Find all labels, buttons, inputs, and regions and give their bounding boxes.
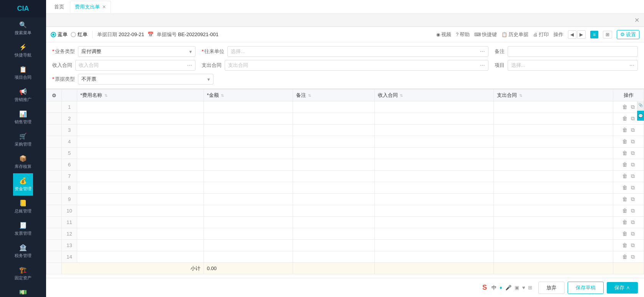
expense-dots-icon[interactable]: ···: [480, 62, 485, 69]
expense-name-cell[interactable]: [77, 101, 204, 113]
income-dots-icon[interactable]: ···: [187, 62, 192, 69]
history-btn[interactable]: 📋 历史单据: [502, 31, 528, 38]
copy-row-icon[interactable]: ⧉: [631, 207, 635, 214]
expense-contract-cell[interactable]: [494, 251, 613, 263]
income-contract-cell[interactable]: [374, 136, 494, 148]
expense-contract-cell[interactable]: [494, 194, 613, 205]
delete-row-icon[interactable]: 🗑: [622, 242, 627, 248]
blue-bill-radio[interactable]: 蓝单: [51, 31, 68, 38]
sidebar-item-project-contract[interactable]: 📋 项目合同: [13, 62, 33, 84]
remark-cell[interactable]: [293, 182, 374, 194]
sidebar-item-fixed-assets[interactable]: 🏗️ 固定资产: [13, 262, 33, 285]
copy-row-icon[interactable]: ⧉: [631, 196, 635, 202]
col-expense-contract[interactable]: 支出合同 ⇅: [494, 90, 613, 101]
copy-row-icon[interactable]: ⧉: [631, 150, 635, 156]
expense-name-cell[interactable]: [77, 182, 204, 194]
table-settings-icon[interactable]: ⚙: [52, 93, 56, 98]
remark-cell[interactable]: [293, 251, 374, 263]
copy-row-icon[interactable]: ⧉: [631, 173, 635, 179]
partner-dots-icon[interactable]: ···: [480, 48, 485, 55]
expense-name-cell[interactable]: [77, 251, 204, 263]
amount-cell[interactable]: [204, 101, 293, 113]
amount-cell[interactable]: [204, 228, 293, 240]
income-contract-cell[interactable]: [374, 194, 494, 205]
expense-name-cell[interactable]: [77, 159, 204, 171]
copy-row-icon[interactable]: ⧉: [631, 254, 635, 260]
partner-input[interactable]: 选择... ···: [227, 46, 488, 57]
amount-cell[interactable]: [204, 240, 293, 251]
income-contract-cell[interactable]: [374, 159, 494, 171]
copy-row-icon[interactable]: ⧉: [631, 138, 635, 144]
copy-row-icon[interactable]: ⧉: [631, 219, 635, 225]
grid-view-btn[interactable]: ⊞: [603, 31, 612, 38]
sidebar-item-quick-nav[interactable]: ⚡ 快捷导航: [13, 40, 33, 62]
income-contract-cell[interactable]: [374, 251, 494, 263]
income-contract-input[interactable]: 收入合同 ···: [75, 60, 195, 71]
expense-contract-cell[interactable]: [494, 159, 613, 171]
amount-cell[interactable]: [204, 136, 293, 148]
delete-row-icon[interactable]: 🗑: [622, 196, 627, 202]
expense-contract-cell[interactable]: [494, 217, 613, 228]
remark-cell[interactable]: [293, 240, 374, 251]
expense-contract-cell[interactable]: [494, 182, 613, 194]
col-settings[interactable]: ⚙: [46, 90, 62, 101]
window-close-button[interactable]: ✕: [634, 17, 639, 24]
tab-home[interactable]: 首页: [49, 1, 69, 13]
expense-name-cell[interactable]: [77, 171, 204, 182]
remark-cell[interactable]: [293, 205, 374, 217]
expense-name-cell[interactable]: [77, 228, 204, 240]
col-amount[interactable]: *金额 ⇅: [204, 90, 293, 101]
sidebar-item-inventory[interactable]: 📦 库存核算: [13, 151, 33, 173]
setting-button[interactable]: ⚙ 设置: [617, 30, 639, 39]
copy-row-icon[interactable]: ⧉: [631, 104, 635, 110]
expense-contract-cell[interactable]: [494, 228, 613, 240]
col-expense-name[interactable]: *费用名称 ⇅: [77, 90, 204, 101]
sidebar-item-invoice-mgmt[interactable]: 🧾 发票管理: [13, 218, 33, 240]
income-contract-cell[interactable]: [374, 228, 494, 240]
sidebar-item-fund-mgmt[interactable]: 💰 资金管理: [13, 173, 33, 196]
copy-row-icon[interactable]: ⧉: [631, 242, 635, 248]
copy-row-icon[interactable]: ⧉: [631, 115, 635, 121]
copy-row-icon[interactable]: ⧉: [631, 127, 635, 133]
amount-cell[interactable]: [204, 148, 293, 159]
expense-name-cell[interactable]: [77, 205, 204, 217]
delete-row-icon[interactable]: 🗑: [622, 161, 627, 168]
delete-row-icon[interactable]: 🗑: [622, 104, 627, 110]
expense-contract-input[interactable]: 支出合同 ···: [225, 60, 488, 71]
delete-row-icon[interactable]: 🗑: [622, 207, 627, 214]
remark-cell[interactable]: [293, 217, 374, 228]
income-contract-cell[interactable]: [374, 240, 494, 251]
sidebar-item-payroll[interactable]: 💵 工资: [13, 285, 33, 297]
amount-cell[interactable]: [204, 194, 293, 205]
expense-name-cell[interactable]: [77, 148, 204, 159]
remark-cell[interactable]: [293, 113, 374, 124]
shortcut-btn[interactable]: ⌨ 快捷键: [474, 31, 497, 38]
sidebar-item-purchase-mgmt[interactable]: 🛒 采购管理: [13, 129, 33, 151]
remark-cell[interactable]: [293, 101, 374, 113]
expense-contract-cell[interactable]: [494, 205, 613, 217]
amount-cell[interactable]: [204, 124, 293, 136]
amount-cell[interactable]: [204, 251, 293, 263]
sidebar-item-tax-mgmt[interactable]: 🏦 税务管理: [13, 240, 33, 262]
income-contract-cell[interactable]: [374, 182, 494, 194]
remark-cell[interactable]: [293, 228, 374, 240]
remark-cell[interactable]: [293, 124, 374, 136]
remark-input[interactable]: [508, 46, 638, 57]
sidebar-item-sales-mgmt[interactable]: 📊 销售管理: [13, 106, 33, 129]
income-contract-cell[interactable]: [374, 101, 494, 113]
expense-name-cell[interactable]: [77, 194, 204, 205]
calendar-icon[interactable]: 📅: [147, 32, 154, 37]
delete-row-icon[interactable]: 🗑: [622, 231, 627, 237]
income-contract-cell[interactable]: [374, 205, 494, 217]
save-button[interactable]: 保存 ∧: [607, 282, 638, 294]
copy-row-icon[interactable]: ⧉: [631, 161, 635, 168]
expense-contract-cell[interactable]: [494, 113, 613, 124]
chat-btn[interactable]: 💬: [637, 111, 644, 121]
expense-name-cell[interactable]: [77, 217, 204, 228]
video-btn[interactable]: ◉ 视频: [436, 31, 451, 38]
expense-name-cell[interactable]: [77, 124, 204, 136]
expense-contract-cell[interactable]: [494, 136, 613, 148]
remark-cell[interactable]: [293, 194, 374, 205]
expense-name-cell[interactable]: [77, 240, 204, 251]
delete-row-icon[interactable]: 🗑: [622, 219, 627, 225]
